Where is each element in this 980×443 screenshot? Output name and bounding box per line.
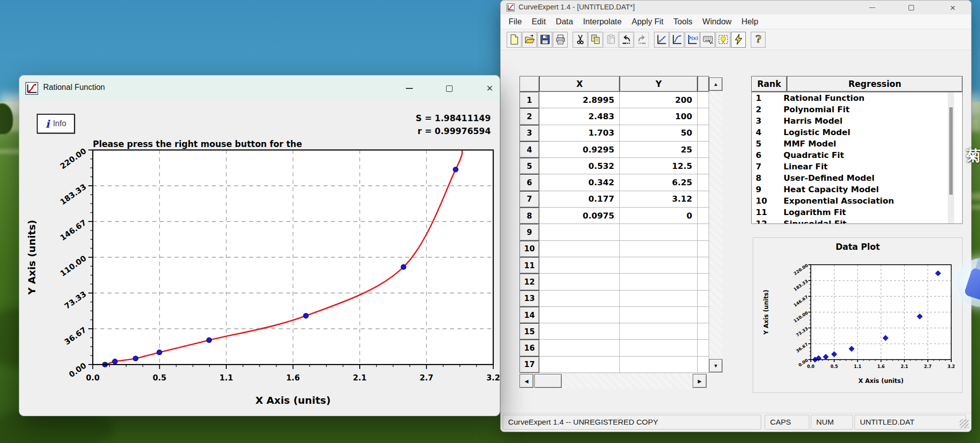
row-number-cell[interactable]: 3 <box>520 125 539 142</box>
partial-cell[interactable] <box>698 224 709 240</box>
main-titlebar[interactable]: CurveExpert 1.4 - [UNTITLED.DAT*] × <box>501 0 971 14</box>
y-value-cell[interactable]: 6.25 <box>620 174 698 191</box>
new-file-button[interactable] <box>507 32 522 48</box>
linear-fit-button[interactable] <box>654 32 669 48</box>
x-value-cell[interactable] <box>539 274 620 290</box>
x-value-cell[interactable]: 0.342 <box>539 174 620 191</box>
cut-button[interactable] <box>573 32 588 48</box>
y-value-cell[interactable]: 25 <box>620 142 698 158</box>
scroll-up-icon[interactable]: ▲ <box>709 77 722 91</box>
fit-curve-chart[interactable]: 0.00.51.11.62.12.73.20.0036.6773.33110.0… <box>19 75 500 416</box>
regression-item[interactable]: 1Rational Function <box>752 92 962 104</box>
partial-cell[interactable] <box>698 142 709 158</box>
partial-cell[interactable] <box>698 274 709 290</box>
regression-scrollbar[interactable] <box>948 92 954 223</box>
curve-finder-button[interactable] <box>716 32 730 48</box>
regression-item[interactable]: 7Linear Fit <box>752 161 962 172</box>
partial-cell[interactable] <box>698 208 709 224</box>
x-value-cell[interactable]: 0.177 <box>539 191 620 208</box>
regression-item[interactable]: 9Heat Capacity Model <box>752 184 962 195</box>
scroll-down-icon[interactable]: ▼ <box>709 359 722 372</box>
regression-item[interactable]: 2Polynomial Fit <box>752 104 962 115</box>
regression-item[interactable]: 6Quadratic Fit <box>752 149 962 161</box>
y-value-cell[interactable] <box>620 224 698 240</box>
partial-cell[interactable] <box>698 323 709 340</box>
nonlinear-fit-button[interactable] <box>669 32 684 48</box>
menu-apply-fit[interactable]: Apply Fit <box>627 17 668 26</box>
partial-cell[interactable] <box>698 241 709 257</box>
menu-window[interactable]: Window <box>698 17 737 26</box>
y-value-cell[interactable] <box>620 274 698 290</box>
horizontal-scrollbar[interactable]: ◀ ▶ <box>520 374 707 389</box>
partial-cell[interactable] <box>698 340 709 356</box>
menu-data[interactable]: Data <box>551 17 578 26</box>
x-value-cell[interactable] <box>539 291 620 307</box>
vertical-scrollbar[interactable]: ▲ ▼ <box>709 76 722 373</box>
y-value-cell[interactable] <box>620 241 698 257</box>
row-number-cell[interactable]: 17 <box>520 357 539 373</box>
partial-cell[interactable] <box>698 108 709 125</box>
x-value-cell[interactable] <box>539 323 620 340</box>
regression-item[interactable]: 4Logistic Model <box>752 127 962 138</box>
corner-header-cell[interactable] <box>520 76 539 92</box>
partial-cell[interactable] <box>698 174 709 191</box>
regression-scroll-thumb[interactable] <box>949 107 953 195</box>
undo-button[interactable] <box>619 32 634 48</box>
partial-cell[interactable] <box>698 158 709 174</box>
partial-cell[interactable] <box>698 125 709 142</box>
horizontal-scroll-thumb[interactable] <box>534 374 562 388</box>
x-value-cell[interactable] <box>539 224 620 240</box>
open-file-button[interactable] <box>522 32 537 48</box>
partial-cell[interactable] <box>698 357 709 373</box>
partial-cell[interactable] <box>698 291 709 307</box>
y-value-cell[interactable] <box>620 307 698 323</box>
partial-cell[interactable] <box>698 92 709 108</box>
copy-button[interactable] <box>588 32 603 48</box>
regression-item[interactable]: 12Sinusoidal Fit <box>752 218 962 224</box>
menu-interpolate[interactable]: Interpolate <box>578 17 627 26</box>
polynomial-fit-button[interactable]: P(x) <box>685 32 700 48</box>
save-file-button[interactable] <box>537 32 552 48</box>
y-value-cell[interactable] <box>620 257 698 274</box>
regression-item[interactable]: 3Harris Model <box>752 115 962 127</box>
row-number-cell[interactable]: 7 <box>520 191 539 208</box>
y-value-cell[interactable]: 200 <box>620 92 698 108</box>
y-value-cell[interactable] <box>620 291 698 307</box>
menu-help[interactable]: Help <box>736 17 763 26</box>
x-value-cell[interactable]: 0.0975 <box>539 208 620 224</box>
print-button[interactable] <box>553 32 568 48</box>
close-button[interactable]: × <box>942 0 964 14</box>
column-header-x[interactable]: X <box>539 76 620 92</box>
calculate-button[interactable] <box>731 32 746 48</box>
y-value-cell[interactable]: 50 <box>620 125 698 142</box>
row-number-cell[interactable]: 6 <box>520 174 539 191</box>
minimize-button[interactable] <box>861 0 883 14</box>
row-number-cell[interactable]: 16 <box>520 340 539 356</box>
x-value-cell[interactable]: 2.8995 <box>539 92 620 108</box>
row-number-cell[interactable]: 1 <box>520 92 539 108</box>
row-number-cell[interactable]: 11 <box>520 257 539 274</box>
help-button[interactable]: ? <box>751 32 766 48</box>
row-number-cell[interactable]: 9 <box>520 224 539 240</box>
x-value-cell[interactable] <box>539 340 620 356</box>
x-value-cell[interactable] <box>539 241 620 257</box>
row-number-cell[interactable]: 15 <box>520 323 539 340</box>
row-number-cell[interactable]: 10 <box>520 241 539 257</box>
regression-item[interactable]: 10Exponential Association <box>752 195 962 207</box>
x-value-cell[interactable] <box>539 357 620 373</box>
partial-cell[interactable] <box>698 307 709 323</box>
x-value-cell[interactable] <box>539 257 620 274</box>
regression-item[interactable]: 11Logarithm Fit <box>752 207 962 218</box>
y-value-cell[interactable]: 12.5 <box>620 158 698 174</box>
y-value-cell[interactable]: 0 <box>620 208 698 224</box>
row-number-cell[interactable]: 5 <box>520 158 539 174</box>
row-number-cell[interactable]: 12 <box>520 274 539 290</box>
y-value-cell[interactable]: 100 <box>620 108 698 125</box>
x-value-cell[interactable]: 2.483 <box>539 108 620 125</box>
x-value-cell[interactable]: 1.703 <box>539 125 620 142</box>
y-value-cell[interactable] <box>620 323 698 340</box>
y-value-cell[interactable]: 3.12 <box>620 191 698 208</box>
regression-item[interactable]: 8User-Defined Model <box>752 172 962 184</box>
apply-function-button[interactable] <box>700 32 715 48</box>
scroll-right-icon[interactable]: ▶ <box>693 374 707 388</box>
